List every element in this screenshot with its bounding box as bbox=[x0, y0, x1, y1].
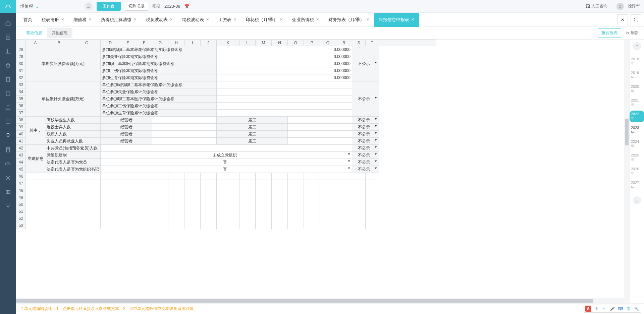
cell[interactable] bbox=[73, 173, 101, 180]
row-header[interactable]: 36 bbox=[16, 103, 26, 110]
cell[interactable] bbox=[288, 208, 304, 215]
cell[interactable] bbox=[217, 88, 352, 96]
cell[interactable] bbox=[320, 194, 336, 201]
cell[interactable] bbox=[256, 208, 272, 215]
cell[interactable] bbox=[272, 187, 288, 194]
cell[interactable]: 残疾人人数 bbox=[45, 131, 101, 138]
year-2022[interactable]: 2022年 bbox=[630, 111, 644, 122]
gear-icon[interactable] bbox=[4, 174, 12, 182]
cell[interactable] bbox=[217, 201, 239, 208]
cell[interactable] bbox=[168, 208, 184, 215]
cell[interactable] bbox=[366, 180, 379, 187]
row-header[interactable]: 43 bbox=[16, 152, 26, 159]
row-header[interactable]: 37 bbox=[16, 110, 26, 117]
cell[interactable] bbox=[73, 201, 101, 208]
cell[interactable] bbox=[288, 124, 352, 131]
cell[interactable] bbox=[136, 180, 152, 187]
tab-income-tax[interactable]: 所得税汇算清缴✕ bbox=[96, 13, 141, 27]
cell[interactable] bbox=[366, 215, 379, 222]
calendar-picker-icon[interactable]: 📅 bbox=[184, 4, 190, 9]
year-2018[interactable]: 2018年 bbox=[630, 56, 644, 67]
cell[interactable] bbox=[336, 208, 352, 215]
cell[interactable] bbox=[45, 201, 73, 208]
cell[interactable] bbox=[201, 194, 217, 201]
cell[interactable]: 失业人员再就业人数 bbox=[45, 138, 101, 145]
cell-dropdown[interactable]: 不公示 bbox=[352, 124, 379, 131]
row-header[interactable]: 28 bbox=[16, 46, 26, 53]
cell[interactable] bbox=[201, 208, 217, 215]
row-header[interactable]: 35 bbox=[16, 96, 26, 103]
tab-fin-report[interactable]: 财务报表（月/季）✕ bbox=[324, 13, 374, 27]
cell[interactable] bbox=[304, 187, 320, 194]
cell[interactable] bbox=[239, 201, 256, 208]
year-2026[interactable]: 2026年 bbox=[630, 166, 644, 177]
cell[interactable] bbox=[152, 131, 217, 138]
row-header[interactable]: 38 bbox=[16, 117, 26, 124]
year-2021[interactable]: 2021年 bbox=[630, 97, 644, 109]
cell[interactable] bbox=[168, 215, 184, 222]
cell[interactable]: 经营者 bbox=[101, 138, 152, 145]
close-icon[interactable]: ✕ bbox=[280, 17, 283, 22]
cell[interactable]: 法定代表人是否为党员 bbox=[45, 159, 101, 166]
cell[interactable] bbox=[26, 180, 45, 187]
v-icon[interactable] bbox=[4, 202, 12, 210]
tab-corp-tax[interactable]: 企业所得税✕ bbox=[287, 13, 324, 27]
close-icon[interactable]: ✕ bbox=[316, 17, 319, 22]
chart-icon[interactable] bbox=[4, 48, 12, 55]
cell[interactable] bbox=[136, 194, 152, 201]
cell[interactable] bbox=[217, 81, 352, 88]
cell[interactable] bbox=[366, 173, 379, 180]
cell[interactable] bbox=[101, 145, 352, 152]
cell[interactable] bbox=[366, 208, 379, 215]
bag-icon[interactable] bbox=[4, 62, 12, 69]
receipt-icon[interactable] bbox=[4, 146, 12, 153]
cell[interactable]: 退役士兵人数 bbox=[45, 124, 101, 131]
cell[interactable]: 经营者 bbox=[101, 131, 152, 138]
cell-dropdown[interactable]: 不公示 bbox=[352, 131, 379, 138]
ime-toolbar[interactable]: S 中 •, 🎤 ⌨ 👕 🔧 bbox=[584, 305, 641, 313]
cell[interactable] bbox=[272, 180, 288, 187]
cell[interactable] bbox=[73, 208, 101, 215]
cell[interactable] bbox=[217, 110, 352, 117]
tab-salary[interactable]: 工资表✕ bbox=[214, 13, 241, 27]
close-icon[interactable]: ✕ bbox=[61, 17, 64, 22]
refresh-button[interactable]: ↻ 刷新 bbox=[626, 30, 639, 36]
cell[interactable]: 参加工伤保险本期实际缴费金额 bbox=[101, 67, 217, 74]
cell[interactable] bbox=[101, 215, 120, 222]
close-all-tabs-icon[interactable]: ✕ bbox=[617, 14, 628, 25]
row-header[interactable]: 39 bbox=[16, 124, 26, 131]
cell[interactable] bbox=[120, 215, 136, 222]
cell[interactable] bbox=[45, 187, 73, 194]
cell[interactable] bbox=[336, 194, 352, 201]
cell[interactable] bbox=[320, 173, 336, 180]
cell[interactable]: 雇工 bbox=[217, 131, 288, 138]
cell[interactable] bbox=[73, 180, 101, 187]
cell[interactable]: 经营者 bbox=[101, 117, 152, 124]
clipboard-icon[interactable] bbox=[4, 76, 12, 83]
cell[interactable] bbox=[304, 173, 320, 180]
cell[interactable] bbox=[352, 194, 366, 201]
cell[interactable] bbox=[184, 201, 201, 208]
cell[interactable] bbox=[45, 215, 73, 222]
cell[interactable]: 0.000000 bbox=[217, 53, 352, 60]
cell-dropdown[interactable]: 否 bbox=[101, 166, 352, 173]
cell[interactable] bbox=[352, 215, 366, 222]
cell[interactable] bbox=[201, 215, 217, 222]
cell[interactable]: 党建信息 bbox=[26, 145, 45, 173]
cell-dropdown[interactable]: 未成立党组织 bbox=[101, 152, 352, 159]
vertical-scrollbar[interactable] bbox=[624, 40, 629, 303]
cell[interactable] bbox=[336, 173, 352, 180]
tax-type-selector[interactable]: 增值税 ⌄ bbox=[20, 3, 80, 9]
workbench-button[interactable]: 工作台 bbox=[97, 2, 121, 11]
close-icon[interactable]: ✕ bbox=[366, 17, 369, 22]
consult-link[interactable]: 🎧 人工咨询 bbox=[585, 3, 607, 9]
cell[interactable] bbox=[101, 208, 120, 215]
close-icon[interactable]: ✕ bbox=[411, 17, 414, 22]
year-2019[interactable]: 2019年 bbox=[630, 69, 644, 81]
cell[interactable] bbox=[136, 201, 152, 208]
row-header[interactable]: 50 bbox=[16, 201, 26, 208]
cell[interactable] bbox=[288, 215, 304, 222]
cell[interactable] bbox=[320, 187, 336, 194]
cell[interactable] bbox=[288, 138, 352, 145]
cell[interactable] bbox=[152, 208, 168, 215]
